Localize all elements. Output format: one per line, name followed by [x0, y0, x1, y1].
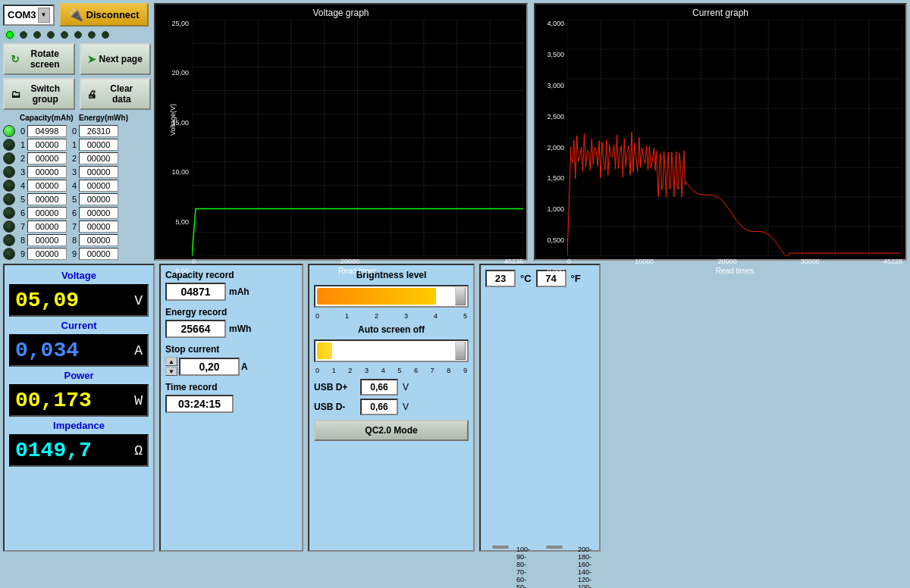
channel-dot-9: [3, 248, 15, 260]
current-display: 0,034 A: [9, 334, 149, 367]
next-page-label: Next page: [99, 54, 143, 64]
disconnect-button[interactable]: 🔌 Disconnect: [59, 3, 149, 27]
power-display: 00,173 W: [9, 384, 149, 417]
qc-mode-button[interactable]: QC2.0 Mode: [314, 420, 469, 441]
port-label: COM3: [8, 9, 36, 20]
energy-num-5: 5: [69, 195, 77, 204]
charts-row: Voltage graph 25,00 20,00 15,00 10,00 5,…: [154, 3, 907, 261]
capacity-input-1[interactable]: [27, 139, 67, 151]
records-panel: Capacity record mAh Energy record mWh St…: [159, 264, 303, 552]
power-measure-label: Power: [9, 370, 149, 381]
capacity-input-7[interactable]: [27, 220, 67, 233]
capacity-record-row: mAh: [165, 283, 297, 301]
clear-data-button[interactable]: 🖨 Clear data: [80, 78, 152, 110]
channel-dot-1: [3, 139, 15, 151]
energy-input-1[interactable]: [79, 139, 118, 151]
current-chart-title: Current graph: [538, 8, 902, 18]
brightness-fill: [317, 288, 436, 305]
voltage-display: 05,09 V: [9, 284, 149, 317]
channel-dot-0: [3, 125, 15, 137]
v-x1: 20000: [340, 258, 359, 265]
rotate-screen-button[interactable]: ↻ Rotate screen: [3, 43, 75, 75]
disconnect-icon: 🔌: [68, 8, 83, 22]
energy-col-header: Energy(mWh): [79, 114, 123, 122]
energy-num-3: 3: [69, 167, 77, 177]
energy-input-9[interactable]: [79, 248, 118, 260]
energy-num-4: 4: [69, 181, 77, 190]
stop-current-unit: A: [241, 361, 248, 372]
channel-num-3: 3: [17, 167, 25, 177]
auto-screen-off-handle[interactable]: [455, 342, 466, 360]
brightness-labels: 0 1 2 3 4 5: [314, 312, 469, 320]
energy-num-7: 7: [69, 222, 77, 231]
energy-record-input[interactable]: [165, 320, 226, 338]
capacity-input-2[interactable]: [27, 152, 67, 164]
capacity-input-5[interactable]: [27, 193, 67, 205]
channel-row-7: 77: [3, 220, 151, 233]
v-y6: 25,00: [171, 20, 189, 27]
channel-num-9: 9: [17, 249, 25, 258]
channel-dot-2: [3, 152, 15, 164]
stop-current-row: ▲ ▼ A: [165, 357, 297, 376]
capacity-input-8[interactable]: [27, 234, 67, 246]
c-y8: 3,500: [547, 51, 564, 58]
auto-screen-off-slider[interactable]: [314, 339, 469, 362]
channel-dot-5: [3, 193, 15, 205]
temperature-panel: 23 °C 74 °F 100- 90- 80- 70- 60- 50-: [479, 264, 601, 552]
energy-input-4[interactable]: [79, 180, 118, 192]
current-value: 0,034: [15, 339, 79, 362]
capacity-input-3[interactable]: [27, 166, 67, 178]
energy-record-label: Energy record: [165, 307, 297, 317]
brightness-slider[interactable]: [314, 285, 469, 308]
usb-dminus-input[interactable]: [360, 399, 398, 415]
channel-num-1: 1: [17, 140, 25, 149]
usb-dplus-input[interactable]: [360, 379, 398, 396]
capacity-table-header: Capacity(mAh) Energy(mWh): [3, 113, 151, 122]
c-y4: 1,500: [547, 174, 564, 182]
next-page-button[interactable]: ➤ Next page: [80, 43, 152, 75]
channel-dot-7: [3, 220, 15, 233]
channel-dot-3: [3, 166, 15, 178]
energy-input-7[interactable]: [79, 220, 118, 233]
status-dot-1: [20, 31, 27, 39]
energy-num-9: 9: [69, 249, 77, 258]
energy-input-0[interactable]: [79, 125, 118, 137]
energy-record-row: mWh: [165, 320, 297, 338]
status-dot-0: [6, 31, 14, 39]
capacity-input-6[interactable]: [27, 207, 67, 219]
energy-input-5[interactable]: [79, 193, 118, 205]
capacity-record-input[interactable]: [165, 283, 226, 301]
impedance-value: 0149,7: [15, 439, 92, 462]
capacity-col-header: Capacity(mAh): [20, 114, 64, 122]
group-buttons-row: 🗂 Switch group 🖨 Clear data: [3, 78, 151, 110]
channel-row-3: 33: [3, 166, 151, 178]
switch-group-label: Switch group: [24, 83, 67, 105]
channel-dot-4: [3, 180, 15, 192]
stop-current-up[interactable]: ▲: [165, 357, 177, 366]
capacity-input-4[interactable]: [27, 180, 67, 192]
energy-input-2[interactable]: [79, 152, 118, 164]
next-icon: ➤: [87, 53, 96, 65]
energy-input-6[interactable]: [79, 207, 118, 219]
clear-icon: 🖨: [87, 89, 97, 100]
status-dot-5: [74, 31, 82, 39]
energy-num-2: 2: [69, 154, 77, 163]
v-y5: 20,00: [171, 69, 189, 77]
capacity-input-0[interactable]: [27, 125, 67, 137]
switch-group-button[interactable]: 🗂 Switch group: [3, 78, 75, 110]
thermometers-row: 100- 90- 80- 70- 60- 50- 40- 30- 20- 10-…: [485, 290, 595, 546]
energy-input-3[interactable]: [79, 166, 118, 178]
action-buttons-row: ↻ Rotate screen ➤ Next page: [3, 43, 151, 75]
stop-current-input[interactable]: [179, 358, 240, 376]
c-x0: 0: [567, 258, 571, 265]
bottom-panel: Voltage 05,09 V Current 0,034 A Power 00…: [3, 264, 907, 552]
energy-input-8[interactable]: [79, 234, 118, 246]
channel-num-2: 2: [17, 154, 25, 163]
brightness-handle[interactable]: [455, 287, 466, 305]
time-record-input[interactable]: [165, 395, 234, 413]
capacity-input-9[interactable]: [27, 248, 67, 260]
port-dropdown[interactable]: ▼: [38, 8, 50, 23]
channel-row-8: 88: [3, 234, 151, 246]
stop-current-down[interactable]: ▼: [165, 367, 177, 376]
status-dot-4: [61, 31, 68, 39]
